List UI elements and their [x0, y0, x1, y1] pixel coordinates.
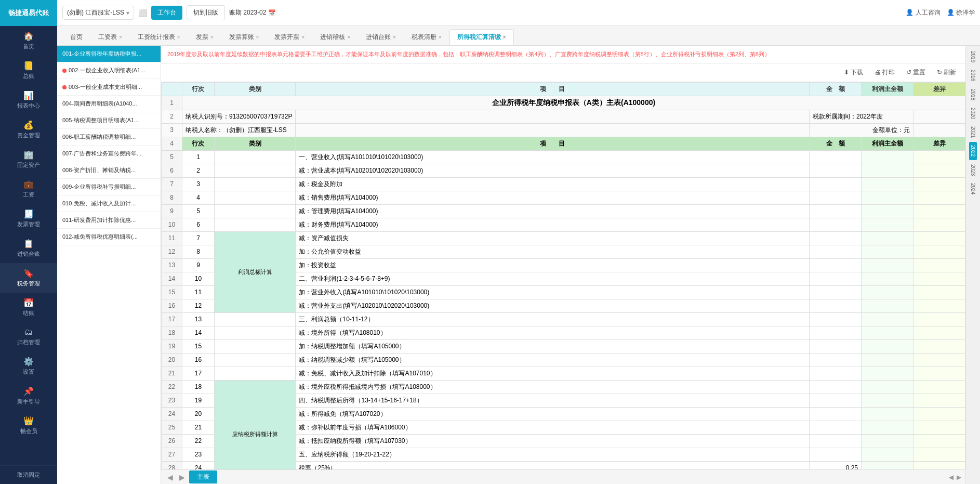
sidebar-item-invoice[interactable]: 🧾发票管理 — [0, 204, 57, 233]
amount-6[interactable] — [810, 164, 862, 177]
amount-16[interactable] — [810, 299, 862, 312]
left-panel-item-003[interactable]: 003-一般企业成本支出明细... — [57, 79, 161, 96]
sidebar-item-payroll[interactable]: 💼工资 — [0, 174, 57, 204]
diff-28[interactable] — [913, 461, 965, 469]
diff-21[interactable] — [913, 367, 965, 380]
sheet-nav-left[interactable]: ◀ — [165, 473, 175, 481]
profit-15[interactable] — [862, 285, 913, 299]
amount-9[interactable] — [810, 204, 862, 218]
profit-27[interactable] — [862, 448, 913, 461]
timeline-year-2016[interactable]: 2016 — [969, 67, 977, 84]
amount-12[interactable] — [810, 245, 862, 258]
diff-9[interactable] — [913, 204, 965, 218]
tab-发票算账[interactable]: 发票算账× — [221, 29, 267, 45]
profit-19[interactable] — [862, 339, 913, 353]
tab-close-工资表[interactable]: × — [119, 34, 122, 40]
amount-15[interactable] — [810, 285, 862, 299]
left-panel-item-007[interactable]: 007-广告费和业务宣传费跨年... — [57, 146, 161, 162]
print-button[interactable]: 🖨 打印 — [871, 67, 898, 79]
tab-close-所得税汇算清缴[interactable]: × — [503, 34, 506, 40]
profit-20[interactable] — [862, 353, 913, 367]
left-panel-item-004[interactable]: 004-期间费用明细表(A1040... — [57, 96, 161, 112]
profit-9[interactable] — [862, 204, 913, 218]
sidebar-item-tax[interactable]: 🔖税务管理 — [0, 263, 57, 293]
diff-8[interactable] — [913, 191, 965, 204]
diff-18[interactable] — [913, 326, 965, 339]
diff-13[interactable] — [913, 258, 965, 272]
left-panel-item-009[interactable]: 009-企业所得税补亏损明细... — [57, 179, 161, 195]
amount-26[interactable] — [810, 434, 862, 448]
profit-10[interactable] — [862, 218, 913, 231]
tab-close-发票算账[interactable]: × — [256, 34, 259, 40]
diff-17[interactable] — [913, 312, 965, 326]
timeline-year-2024[interactable]: 2024 — [969, 180, 977, 198]
diff-23[interactable] — [913, 394, 965, 407]
diff-12[interactable] — [913, 245, 965, 258]
amount-21[interactable] — [810, 367, 862, 380]
timeline-year-2021[interactable]: 2021 — [969, 123, 977, 141]
left-panel-item-012[interactable]: 012-减免所得税优惠明细表(... — [57, 229, 161, 245]
amount-11[interactable] — [810, 231, 862, 245]
tab-close-工资统计报表[interactable]: × — [177, 34, 180, 40]
amount-24[interactable] — [810, 407, 862, 421]
amount-10[interactable] — [810, 218, 862, 231]
amount-18[interactable] — [810, 326, 862, 339]
left-panel-item-010[interactable]: 010-免税、减计收入及加计... — [57, 195, 161, 212]
left-panel-item-005[interactable]: 005-纳税调整项目明细表(A1... — [57, 112, 161, 129]
timeline-year-2019[interactable]: 2019 — [969, 48, 977, 66]
workbench-button[interactable]: 工作台 — [151, 6, 182, 20]
amount-22[interactable] — [810, 380, 862, 394]
sheet-tab-main[interactable]: 主表 — [189, 470, 217, 483]
tab-发票开票[interactable]: 发票开票× — [267, 29, 312, 45]
diff-24[interactable] — [913, 407, 965, 421]
profit-13[interactable] — [862, 258, 913, 272]
profit-25[interactable] — [862, 421, 913, 434]
tab-进销台账[interactable]: 进销台账× — [358, 29, 404, 45]
timeline-year-2020[interactable]: 2020 — [969, 104, 977, 122]
amount-14[interactable] — [810, 272, 862, 285]
diff-20[interactable] — [913, 353, 965, 367]
diff-25[interactable] — [913, 421, 965, 434]
amount-28[interactable]: 0.25 — [810, 461, 862, 469]
timeline-year-2022[interactable]: 2022 — [969, 142, 977, 160]
tab-所得税汇算清缴[interactable]: 所得税汇算清缴× — [449, 29, 514, 45]
sidebar-item-guide[interactable]: 📌新手引导 — [0, 381, 57, 411]
amount-20[interactable] — [810, 353, 862, 367]
sidebar-item-home[interactable]: 🏠首页 — [0, 26, 57, 56]
timeline-year-2023[interactable]: 2023 — [969, 161, 977, 179]
profit-18[interactable] — [862, 326, 913, 339]
amount-17[interactable] — [810, 312, 862, 326]
reset-button[interactable]: ↺ 重置 — [903, 67, 929, 79]
diff-11[interactable] — [913, 231, 965, 245]
profit-7[interactable] — [862, 177, 913, 191]
diff-15[interactable] — [913, 285, 965, 299]
left-panel-item-011[interactable]: 011-研发费用加计扣除优惠... — [57, 212, 161, 229]
switch-period-button[interactable]: 切到旧版 — [187, 5, 225, 20]
sidebar-item-member[interactable]: 👑畅会员 — [0, 411, 57, 440]
diff-27[interactable] — [913, 448, 965, 461]
profit-22[interactable] — [862, 380, 913, 394]
user-service-btn[interactable]: 👤 人工咨询 — [906, 8, 940, 17]
profit-8[interactable] — [862, 191, 913, 204]
company-selector[interactable]: (勿删) 江西服宝-LSS ▾ — [62, 6, 134, 20]
sidebar-item-report[interactable]: 📊报表中心 — [0, 85, 57, 115]
tab-进销稽核[interactable]: 进销稽核× — [312, 29, 358, 45]
profit-11[interactable] — [862, 231, 913, 245]
profit-24[interactable] — [862, 407, 913, 421]
download-button[interactable]: ⬇ 下载 — [841, 67, 866, 79]
diff-5[interactable] — [913, 150, 965, 164]
amount-5[interactable] — [810, 150, 862, 164]
tab-工资统计报表[interactable]: 工资统计报表× — [130, 29, 188, 45]
profit-16[interactable] — [862, 299, 913, 312]
left-panel-item-002[interactable]: 002-一般企业收入明细表(A1... — [57, 62, 161, 79]
sidebar-item-sales[interactable]: 📋进销台账 — [0, 233, 57, 263]
profit-21[interactable] — [862, 367, 913, 380]
amount-23[interactable] — [810, 394, 862, 407]
amount-25[interactable] — [810, 421, 862, 434]
tab-close-发票[interactable]: × — [210, 34, 214, 40]
profit-28[interactable] — [862, 461, 913, 469]
diff-10[interactable] — [913, 218, 965, 231]
sheet-nav-right[interactable]: ▶ — [177, 473, 187, 481]
profit-12[interactable] — [862, 245, 913, 258]
sidebar-item-ledger[interactable]: 📒总账 — [0, 56, 57, 85]
